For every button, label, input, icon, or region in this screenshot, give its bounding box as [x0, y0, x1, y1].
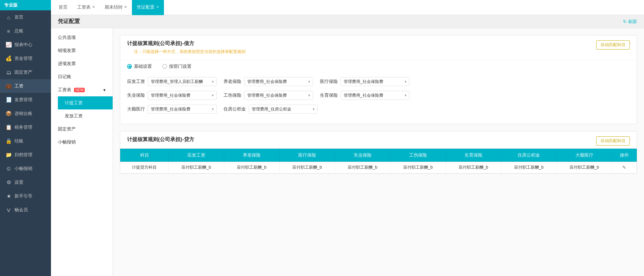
select-wrapper-sybx: 管理费用_社会保险费	[148, 91, 217, 100]
tab-home[interactable]: 首页	[54, 0, 72, 15]
edit-icon[interactable]: ✎	[622, 165, 626, 170]
debit-auto-match-button[interactable]: 自动匹配科目	[596, 40, 630, 50]
select-wrapper-sybx2: 管理费用_社会保险费	[341, 91, 409, 100]
debit-section-header: 计提核算规则(公司承担)-借方 注：只能选择一种方式，系统将按照您当前的选择来配…	[120, 35, 637, 60]
select-wrapper-zfgjj: 管理费用_住房公积金	[249, 105, 318, 114]
cell-sybx: 应付职工薪酬_b	[335, 162, 390, 173]
tab-payroll[interactable]: 工资表 ✕	[72, 0, 100, 15]
left-nav-pay-salary[interactable]: 发放工资	[58, 109, 113, 123]
credit-auto-match-button[interactable]: 自动匹配科目	[596, 136, 630, 146]
cell-gsbx: 应付职工薪酬_b	[390, 162, 446, 173]
col-ylbx2: 医疗保险	[279, 149, 335, 162]
select-wrapper-gsbx: 管理费用_社会保险费	[244, 91, 313, 100]
sidebar-item-home[interactable]: ⌂ 首页	[0, 10, 51, 24]
sidebar-item-asset[interactable]: 🗂 固定资产	[0, 65, 51, 79]
col-subject: 科目	[121, 149, 169, 162]
select-ylbx2[interactable]: 管理费用_社会保险费	[341, 77, 409, 86]
select-dayl[interactable]: 管理费用_社会保险费	[148, 105, 217, 114]
debit-form-row-3: 大额医疗 管理费用_社会保险费 住房公积金 管理费用_住	[127, 105, 630, 114]
select-wrapper-ylbx2: 管理费用_社会保险费	[341, 77, 409, 86]
cell-edit[interactable]: ✎	[612, 162, 636, 173]
cell-dayl: 应付职工薪酬_b	[557, 162, 612, 173]
tab-bar: 首页 工资表 ✕ 期末结转 ✕ 凭证配置 ✕	[51, 0, 644, 15]
debit-form-row-1: 应发工资 管理费用_管理人员职工薪酬 养老保险 管理费用	[127, 77, 630, 86]
sidebar-item-guide[interactable]: ★ 新手引导	[0, 189, 51, 203]
expand-icon: ▾	[103, 87, 106, 93]
sidebar-item-vip[interactable]: V 畅会员	[0, 203, 51, 217]
debit-form-row-2: 失业保险 管理费用_社会保险费 工伤保险 管理费用_社会	[127, 91, 630, 100]
radio-basic-circle	[127, 64, 132, 69]
tab-voucher-config[interactable]: 凭证配置 ✕	[132, 0, 164, 15]
cell-sybx2: 应付职工薪酬_b	[446, 162, 501, 173]
sidebar-item-fund[interactable]: 💰 资金管理	[0, 52, 51, 65]
sidebar-item-salary[interactable]: 💼 工资	[0, 79, 51, 93]
left-nav-payroll-table[interactable]: 工资表 NEW ▾	[51, 83, 113, 96]
cell-zfgjj: 应付职工薪酬_b	[501, 162, 557, 173]
left-nav-journal[interactable]: 日记账	[51, 70, 113, 83]
form-item-sybx: 失业保险 管理费用_社会保险费	[127, 91, 217, 100]
new-badge: NEW	[74, 88, 85, 92]
col-gsbx: 工伤保险	[390, 149, 446, 162]
form-item-dayl: 大额医疗 管理费用_社会保险费	[127, 105, 217, 114]
label-ylbx2: 医疗保险	[320, 78, 338, 85]
radio-dept-circle	[162, 64, 167, 69]
refresh-icon: ↻	[623, 19, 627, 24]
debit-section-title: 计提核算规则(公司承担)-借方	[127, 40, 252, 47]
col-yfgz: 应发工资	[169, 149, 224, 162]
form-item-zfgjj: 住房公积金 管理费用_住房公积金	[224, 105, 318, 114]
left-nav-fixed-assets[interactable]: 固定资产	[51, 123, 113, 136]
sidebar-item-tax[interactable]: 📋 税务管理	[0, 120, 51, 134]
sidebar-item-archive[interactable]: 📁 归档管理	[0, 148, 51, 162]
left-nav-calc-salary[interactable]: 计提工资	[58, 96, 113, 109]
col-sybx2: 生育保险	[446, 149, 501, 162]
sidebar-item-xc-report[interactable]: © 小畅报销	[0, 162, 51, 176]
sidebar-item-ledger[interactable]: ≡ 总账	[0, 24, 51, 38]
report-icon: 📈	[6, 42, 12, 48]
cell-ylbx2: 应付职工薪酬_b	[279, 162, 335, 173]
sidebar-item-invoice[interactable]: 🧾 发票管理	[0, 93, 51, 107]
select-wrapper-yfgz: 管理费用_管理人员职工薪酬	[148, 77, 217, 86]
select-zfgjj[interactable]: 管理费用_住房公积金	[249, 105, 318, 114]
select-ylbx[interactable]: 管理费用_社会保险费	[244, 77, 313, 86]
sidebar-item-settings[interactable]: ⚙ 设置	[0, 176, 51, 189]
select-yfgz[interactable]: 管理费用_管理人员职工薪酬	[148, 77, 217, 86]
settings-icon: ⚙	[6, 179, 12, 185]
page-header: 凭证配置 ↻ 刷新	[51, 15, 644, 28]
col-dayl: 大额医疗	[557, 149, 612, 162]
tab-period-close-close[interactable]: ✕	[124, 5, 127, 9]
archive-icon: 📁	[6, 152, 12, 158]
radio-basic[interactable]: 基础设置	[127, 63, 152, 70]
sidebar-item-stock[interactable]: 📦 进销台账	[0, 107, 51, 120]
label-zfgjj: 住房公积金	[224, 106, 246, 112]
cell-yfgz: 应付职工薪酬_b	[169, 162, 224, 173]
sidebar: 专业版 ⌂ 首页 ≡ 总账 📈 报表中心 💰 资金管理 🗂 固定资产 💼 工资 …	[0, 0, 51, 276]
credit-section-header: 计提核算规则(公司承担)-贷方 自动匹配科目	[120, 131, 637, 149]
left-nav-sub: 计提工资 发放工资	[51, 96, 113, 123]
left-nav-sales-invoice[interactable]: 销项发票	[51, 44, 113, 57]
credit-table: 科目 应发工资 养老保险 医疗保险 失业保险 工伤保险 生育保险 住房公积金 大…	[120, 149, 637, 173]
label-gsbx: 工伤保险	[224, 92, 241, 98]
sidebar-item-close[interactable]: 🔒 结账	[0, 134, 51, 148]
debit-warning: 注：只能选择一种方式，系统将按照您当前的选择来配置规则	[127, 47, 252, 57]
vip-icon: V	[6, 207, 12, 213]
sidebar-item-report[interactable]: 📈 报表中心	[0, 38, 51, 52]
close-account-icon: 🔒	[6, 138, 12, 144]
left-nav: 公共选项 销项发票 进项发票 日记账 工资表 NEW ▾ 计提工资	[51, 28, 113, 276]
left-nav-public[interactable]: 公共选项	[51, 31, 113, 44]
col-sybx: 失业保险	[335, 149, 390, 162]
form-item-ylbx2: 医疗保险 管理费用_社会保险费	[320, 77, 409, 86]
refresh-button[interactable]: ↻ 刷新	[623, 19, 637, 25]
tab-payroll-close[interactable]: ✕	[92, 5, 95, 9]
xc-report-icon: ©	[6, 166, 12, 172]
select-sybx[interactable]: 管理费用_社会保险费	[148, 91, 217, 100]
tab-period-close[interactable]: 期末结转 ✕	[100, 0, 132, 15]
tab-voucher-config-close[interactable]: ✕	[156, 5, 159, 9]
left-nav-xc-expense[interactable]: 小畅报销	[51, 136, 113, 149]
fund-icon: 💰	[6, 55, 12, 62]
main-area: 首页 工资表 ✕ 期末结转 ✕ 凭证配置 ✕ 凭证配置 ↻ 刷新 公共选项	[51, 0, 644, 276]
left-nav-purchase-invoice[interactable]: 进项发票	[51, 57, 113, 70]
radio-dept[interactable]: 按部门设置	[162, 63, 191, 70]
debit-radio-group: 基础设置 按部门设置	[120, 60, 637, 74]
select-sybx2[interactable]: 管理费用_社会保险费	[341, 91, 409, 100]
select-gsbx[interactable]: 管理费用_社会保险费	[244, 91, 313, 100]
